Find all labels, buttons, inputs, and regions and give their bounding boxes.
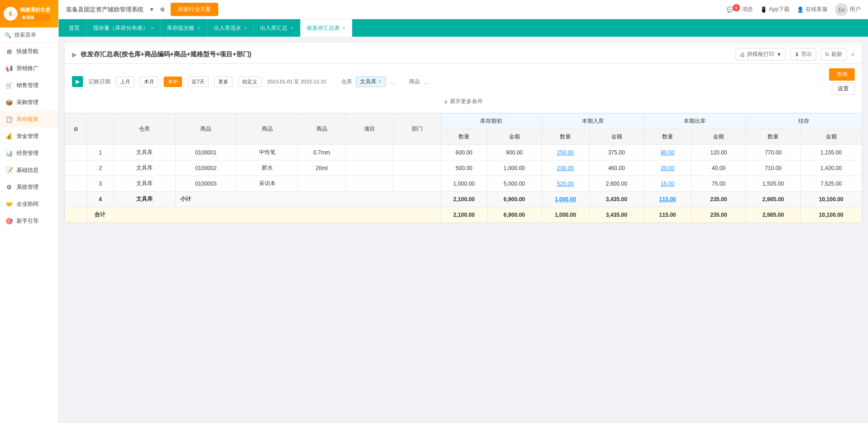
message-btn[interactable]: 💬 6 消息 [727,5,753,13]
row-in-amount: 2,600.00 [589,176,644,192]
sidebar-item-operations[interactable]: 📊 经营管理 [0,145,58,162]
refresh-button[interactable]: ↻ 刷新 [821,48,846,60]
sidebar-item-system[interactable]: ⚙ 系统管理 [0,179,58,196]
sidebar-item-marketing[interactable]: 📢 营销推广 [0,60,58,77]
goods-ellipsis-btn[interactable]: ... [424,78,429,85]
table-header-goods-spec: 商品 [298,114,346,145]
print-dropdown-icon: ▼ [776,51,782,58]
row-in-qty[interactable]: 230.00 [542,160,589,176]
filter-panel: ▶ 记账日期 上月 本月 本年 近7天 更多 自定义 2023-01-01 至 … [65,64,862,113]
subtotal-opening-amount: 6,900.00 [487,192,542,207]
tab-in-out-flow[interactable]: 出入库流水 × [207,19,254,37]
sidebar-item-basic[interactable]: 📝 基础信息 [0,162,58,179]
print-label: 拼模板打印 [747,50,774,58]
sidebar-item-label: 基础信息 [17,166,39,174]
table-header-gear[interactable]: ⚙ [65,114,87,145]
refresh-icon: ↻ [825,51,829,58]
operations-icon: 📊 [6,150,13,157]
sidebar-logo: 6 畅捷通好生意 标准版 [0,0,58,27]
close-page-button[interactable]: × [851,51,855,58]
tab-close-icon[interactable]: × [197,25,200,31]
setting-button[interactable]: 设置 [832,82,855,95]
system-title: 装备及固定资产辅助管理系统 [66,5,144,14]
tab-batch-account[interactable]: 库存批次账 × [160,19,207,37]
row-out-amount: 40.00 [691,160,746,176]
sidebar-item-label: 系统管理 [17,183,39,191]
app-download-btn[interactable]: 📱 App下载 [760,5,790,13]
logo-icon: 6 [4,7,17,21]
app-download-label: App下载 [769,5,790,13]
tab-close-icon[interactable]: × [244,25,247,31]
subtotal-num: 4 [87,192,114,207]
tab-close-icon[interactable]: × [343,25,345,31]
filter-expand-arrow[interactable]: ▶ [72,76,83,87]
try-button[interactable]: 体验行业方案 [171,3,218,16]
system-dropdown[interactable]: ▼ [149,6,155,13]
sidebar-item-inventory[interactable]: 📋 库存核算 [0,111,58,128]
row-in-qty[interactable]: 250.00 [542,145,589,160]
table-header-project: 项目 [346,114,393,145]
table-header-opening-amount: 金额 [487,129,542,145]
tab-home[interactable]: 首页 [62,19,87,37]
query-button[interactable]: 查询 [829,68,855,81]
date-btn-custom[interactable]: 自定义 [238,77,261,87]
sidebar-item-label: 销售管理 [17,82,39,89]
export-button[interactable]: ⬇ 导出 [791,48,816,60]
sidebar-item-quick-nav[interactable]: ⊞ 快捷导航 [0,43,58,60]
sidebar-item-finance[interactable]: 💰 资金管理 [0,128,58,145]
purchase-icon: 📦 [6,99,13,106]
warehouse-filter-tag[interactable]: 文具库 × [356,77,386,87]
subtotal-out-qty[interactable]: 115.00 [644,192,691,207]
tab-home-label: 首页 [69,24,80,32]
warehouse-ellipsis-btn[interactable]: ... [389,78,395,85]
tab-close-icon[interactable]: × [151,25,154,31]
sidebar-item-guide[interactable]: 🎯 新手引导 [0,213,58,230]
goods-filter-label: 商品 [409,78,420,86]
date-btn-this-month[interactable]: 本月 [140,77,158,87]
tab-receipt-summary[interactable]: 收发存汇总表 × [300,19,352,37]
row-out-qty[interactable]: 80.00 [644,145,691,160]
table-header-out-amount: 金额 [691,129,746,145]
page-title: 收发存汇总表(按仓库+商品编码+商品+规格型号+项目+部门) [81,50,251,59]
row-in-qty[interactable]: 520.00 [542,176,589,192]
tab-close-icon[interactable]: × [290,25,293,31]
row-goods-code: 0100002 [175,160,237,176]
warehouse-tag-close-icon[interactable]: × [378,78,381,85]
row-goods-spec [298,176,346,192]
subtotal-in-qty[interactable]: 1,000.00 [542,192,589,207]
row-goods-spec: 20ml [298,160,346,176]
cooperation-icon: 🤝 [6,201,13,208]
date-btn-7days[interactable]: 近7天 [188,77,209,87]
table-row: 2 文具库 0100002 胶水 20ml 500.00 1,000.00 23… [65,160,862,176]
sidebar-item-sales[interactable]: 🛒 销售管理 [0,77,58,94]
print-button[interactable]: 🖨 拼模板打印 ▼ [735,48,786,60]
row-goods-name: 中性笔 [237,145,298,160]
sidebar-search-item[interactable]: 🔍 搜索菜单 [0,27,58,43]
settings-icon[interactable]: ⚙ [160,6,165,13]
refresh-label: 刷新 [831,50,842,58]
avatar: Ea [835,3,848,16]
search-icon: 🔍 [5,32,11,38]
row-goods-spec: 0.7mm [298,145,346,160]
date-btn-last-month[interactable]: 上月 [116,77,134,87]
date-btn-this-year[interactable]: 本年 [164,77,182,87]
tab-in-out-summary[interactable]: 出入库汇总 × [254,19,300,37]
app-tag: 标准版 [20,14,50,21]
row-out-qty[interactable]: 20.00 [644,160,691,176]
row-gear [65,160,87,176]
row-in-amount: 375.00 [589,145,644,160]
table-header-in-group: 本期入库 [542,114,644,129]
content-area: ▶ 收发存汇总表(按仓库+商品编码+商品+规格型号+项目+部门) 🖨 拼模板打印… [59,37,868,423]
tab-inventory-dist[interactable]: 现存量（库存分布表） × [87,19,160,37]
sidebar-item-cooperation[interactable]: 🤝 企业协同 [0,196,58,213]
top-header: 装备及固定资产辅助管理系统 ▼ ⚙ 体验行业方案 💬 6 消息 📱 App下载 … [59,0,868,19]
main-card: ▶ 收发存汇总表(按仓库+商品编码+商品+规格型号+项目+部门) 🖨 拼模板打印… [64,42,862,223]
date-btn-more[interactable]: 更多 [214,77,232,87]
total-balance-amount: 10,100.00 [801,207,862,223]
expand-more-btn[interactable]: ∨ 展开更多条件 [72,95,855,108]
user-btn[interactable]: Ea 用户 [835,3,861,16]
sidebar-item-purchase[interactable]: 📦 采购管理 [0,94,58,111]
row-warehouse: 文具库 [114,160,175,176]
row-out-qty[interactable]: 15.00 [644,176,691,192]
online-service-btn[interactable]: 👤 在线客服 [797,5,828,13]
